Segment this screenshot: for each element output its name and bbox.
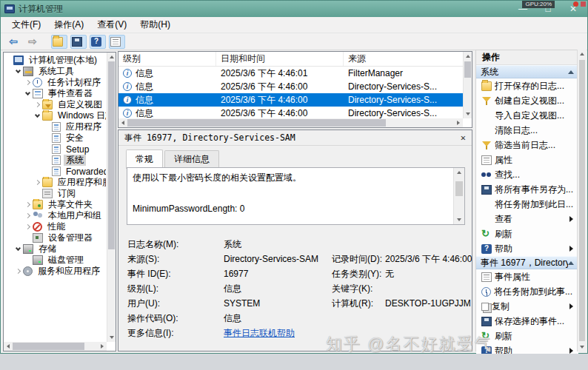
- open-folder-icon: [53, 37, 63, 47]
- event-row[interactable]: 信息 2025/3/6 下午 4:46:01 FilterManager: [118, 67, 463, 80]
- tree-item[interactable]: 事件查看器: [4, 88, 106, 99]
- menu-item[interactable]: 操作(A): [47, 17, 90, 33]
- tree-item[interactable]: 共享文件夹: [4, 199, 106, 210]
- tree-vertical-scrollbar[interactable]: [107, 53, 116, 342]
- action-item[interactable]: 保存选择的事件...: [476, 314, 578, 329]
- tree-item[interactable]: 安全: [4, 132, 106, 144]
- tree-item[interactable]: 任务计划程序: [4, 77, 106, 88]
- tree-item[interactable]: 磁盘管理: [4, 255, 106, 266]
- save-icon: [72, 37, 82, 47]
- tree-item[interactable]: 应用程序: [4, 121, 106, 132]
- action-item[interactable]: 查找...: [476, 167, 578, 182]
- copy-icon: [481, 303, 489, 311]
- action-item[interactable]: 将任务附加到此日...: [476, 197, 578, 212]
- expander-icon[interactable]: [35, 112, 40, 117]
- action-item[interactable]: 将所有事件另存为...: [476, 182, 578, 197]
- action-item[interactable]: 帮助: [476, 241, 578, 256]
- tree-item[interactable]: 自定义视图: [4, 99, 106, 110]
- expander-icon[interactable]: [16, 67, 21, 73]
- event-list-header[interactable]: 级别 日期和时间 来源: [118, 52, 472, 67]
- expander-icon[interactable]: [25, 202, 30, 207]
- tree-item[interactable]: 服务和应用程序: [4, 266, 106, 277]
- forward-button[interactable]: ⇨: [24, 35, 41, 49]
- actions-section-event[interactable]: 事件 16977，Directory-...: [476, 256, 578, 269]
- tree-item[interactable]: 应用程序和服务日志: [4, 177, 106, 188]
- expander-icon[interactable]: [25, 213, 30, 218]
- information-icon: [123, 82, 132, 91]
- event-row[interactable]: 信息 2025/3/6 下午 4:46:00 Directory-Service…: [118, 93, 463, 107]
- tree-horizontal-scrollbar[interactable]: [4, 342, 107, 351]
- tree-item[interactable]: 订阅: [4, 188, 106, 199]
- field-value: Directory-Services-SAM: [224, 254, 318, 264]
- field-value: 16977: [224, 269, 248, 279]
- close-details-icon[interactable]: ✕: [461, 132, 466, 143]
- toolbar-button[interactable]: [51, 35, 67, 49]
- details-tab[interactable]: 常规: [126, 149, 163, 169]
- action-item[interactable]: 刷新: [476, 226, 578, 241]
- tree-item[interactable]: 计算机管理(本地): [4, 55, 106, 66]
- toolbar-button[interactable]: [109, 35, 125, 49]
- expander-icon[interactable]: [25, 90, 30, 95]
- tree-item[interactable]: Setup: [4, 144, 106, 155]
- tree-item[interactable]: Forwarded Even: [4, 166, 106, 177]
- expander-icon[interactable]: [25, 224, 30, 229]
- menu-item[interactable]: 查看(V): [90, 17, 133, 33]
- field-row: 操作代码(O): 信息: [127, 311, 466, 326]
- expander-icon[interactable]: [16, 245, 21, 250]
- field-label: 来源(S):: [127, 253, 159, 266]
- expander-icon[interactable]: [35, 180, 40, 185]
- subscriptions-icon: [42, 189, 53, 198]
- toolbar-button[interactable]: [70, 35, 87, 49]
- field-label: 更多信息(I):: [127, 327, 174, 340]
- action-item[interactable]: 打开保存的日志...: [476, 78, 578, 93]
- column-source[interactable]: 来源: [344, 52, 472, 66]
- action-item[interactable]: 清除日志...: [476, 123, 578, 138]
- action-item[interactable]: 刷新: [476, 329, 578, 343]
- tree-item[interactable]: 本地用户和组: [4, 210, 106, 221]
- desktop-strip: [0, 354, 588, 370]
- expander-icon[interactable]: [25, 80, 30, 85]
- computer-management-window: 计算机管理 — □ ✕ GPU:20% 文件(F) 操作(A) 查看(V) 帮助…: [0, 0, 588, 354]
- disk-icon: [33, 255, 43, 265]
- folder-icon: [42, 178, 53, 187]
- action-item[interactable]: 事件属性: [476, 269, 578, 284]
- tree-item[interactable]: 设备管理器: [4, 232, 106, 243]
- actions-vertical-scrollbar[interactable]: [577, 50, 587, 352]
- action-item[interactable]: 属性: [476, 152, 578, 167]
- action-item[interactable]: 将任务附加到此事...: [476, 284, 578, 299]
- record-square-icon: [581, 1, 586, 7]
- column-level[interactable]: 级别: [118, 52, 216, 66]
- tree-item[interactable]: 系统: [4, 155, 106, 166]
- action-item[interactable]: 筛选当前日志...: [476, 138, 578, 152]
- tree-item[interactable]: 存储: [4, 243, 106, 255]
- tree-item[interactable]: 性能: [4, 221, 106, 232]
- action-item[interactable]: 复制: [476, 299, 578, 314]
- services-icon: [23, 266, 33, 276]
- toolbar-button[interactable]: [90, 35, 106, 49]
- event-list-vertical-scrollbar[interactable]: [463, 52, 472, 118]
- menu-item[interactable]: 文件(F): [5, 17, 47, 33]
- event-message-box[interactable]: 使用以下最小密码长度的相关设置配置域。 MinimumPasswordLengt…: [127, 167, 465, 225]
- event-time: 2025/3/6 下午 4:46:01: [216, 67, 344, 80]
- expander-icon[interactable]: [35, 102, 40, 107]
- collapse-section-icon[interactable]: [568, 261, 574, 265]
- performance-icon: [33, 222, 42, 232]
- action-item[interactable]: 创建自定义视图...: [476, 93, 578, 108]
- event-list-horizontal-scrollbar[interactable]: [118, 118, 463, 127]
- event-row[interactable]: 信息 2025/3/6 下午 4:46:00 Directory-Service…: [118, 80, 463, 93]
- actions-section-system[interactable]: 系统: [476, 65, 578, 78]
- column-datetime[interactable]: 日期和时间: [216, 52, 344, 66]
- message-vertical-scrollbar[interactable]: [453, 168, 464, 224]
- action-item[interactable]: 导入自定义视图...: [476, 108, 578, 123]
- title-bar[interactable]: 计算机管理 — □ ✕ GPU:20%: [1, 1, 587, 17]
- expander-icon[interactable]: [16, 269, 21, 274]
- eventvwr-icon: [33, 89, 43, 98]
- tree-item[interactable]: Windows 日志: [4, 110, 106, 121]
- menu-bar: 文件(F) 操作(A) 查看(V) 帮助(H): [1, 17, 587, 33]
- tree-item[interactable]: 系统工具: [4, 66, 106, 77]
- menu-item[interactable]: 帮助(H): [133, 17, 177, 33]
- action-item[interactable]: 查看: [476, 212, 578, 226]
- scheduler-icon: [33, 78, 42, 87]
- back-button[interactable]: ⇦: [5, 35, 21, 49]
- collapse-section-icon[interactable]: [568, 70, 574, 74]
